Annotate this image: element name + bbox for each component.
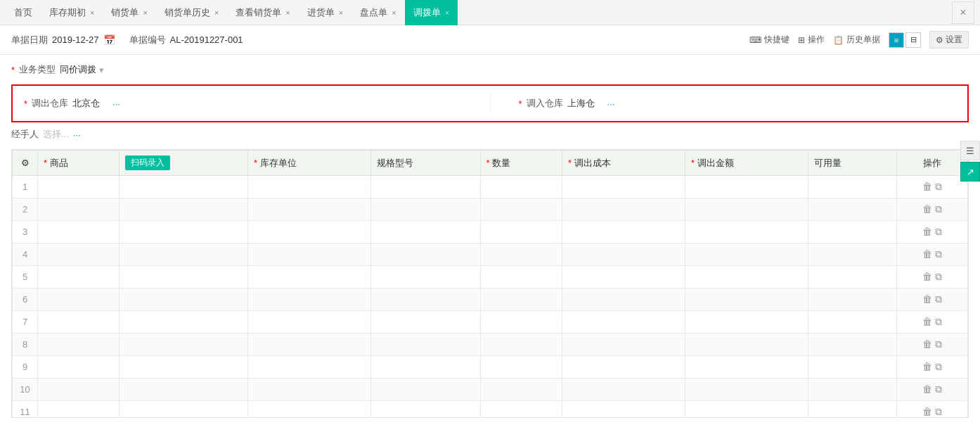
table-cell[interactable]: [248, 333, 371, 356]
table-cell[interactable]: [38, 311, 120, 333]
shortcut-btn[interactable]: ⌨ 快捷键: [749, 34, 789, 46]
warehouse-out-more-btn[interactable]: ···: [112, 98, 120, 109]
table-cell[interactable]: [685, 198, 808, 221]
table-cell[interactable]: [808, 311, 897, 333]
table-cell[interactable]: [248, 288, 371, 311]
table-cell[interactable]: [38, 378, 120, 401]
table-cell[interactable]: [480, 266, 562, 288]
table-cell[interactable]: [480, 356, 562, 378]
tab-inventory-init[interactable]: 库存期初 ×: [41, 0, 103, 25]
table-cell[interactable]: [371, 266, 480, 288]
delete-row-icon[interactable]: 🗑: [922, 338, 932, 350]
table-cell[interactable]: [685, 333, 808, 356]
table-cell[interactable]: [371, 288, 480, 311]
copy-row-icon[interactable]: ⧉: [935, 203, 942, 215]
table-cell[interactable]: [562, 198, 685, 221]
table-cell[interactable]: [248, 266, 371, 288]
table-cell[interactable]: [562, 378, 685, 401]
table-cell[interactable]: [808, 401, 897, 418]
table-cell[interactable]: [371, 243, 480, 266]
table-cell[interactable]: [562, 333, 685, 356]
delete-row-icon[interactable]: 🗑: [922, 406, 932, 417]
table-cell[interactable]: [808, 221, 897, 243]
handler-more-btn[interactable]: ···: [73, 129, 81, 140]
delete-row-icon[interactable]: 🗑: [922, 383, 932, 395]
delete-row-icon[interactable]: 🗑: [922, 226, 932, 237]
table-header-gear[interactable]: ⚙: [13, 151, 38, 176]
table-cell[interactable]: [808, 356, 897, 378]
table-cell[interactable]: [38, 221, 120, 243]
copy-row-icon[interactable]: ⧉: [935, 361, 942, 372]
delete-row-icon[interactable]: 🗑: [922, 181, 932, 192]
delete-row-icon[interactable]: 🗑: [922, 293, 932, 305]
tab-view-sales[interactable]: 查看销货单 ×: [227, 0, 298, 25]
table-cell[interactable]: [120, 243, 248, 266]
table-cell[interactable]: [248, 401, 371, 418]
table-cell[interactable]: [38, 176, 120, 198]
tab-close-inventory-check[interactable]: ×: [392, 8, 396, 17]
table-cell[interactable]: [248, 378, 371, 401]
table-cell[interactable]: [562, 288, 685, 311]
table-cell[interactable]: [685, 221, 808, 243]
table-cell[interactable]: [38, 356, 120, 378]
tab-close-sales-history[interactable]: ×: [214, 8, 219, 17]
table-cell[interactable]: [248, 356, 371, 378]
table-cell[interactable]: [685, 378, 808, 401]
table-cell[interactable]: [562, 356, 685, 378]
tab-transfer-order[interactable]: 调拨单 ×: [405, 0, 458, 25]
table-cell[interactable]: [562, 221, 685, 243]
calendar-icon[interactable]: 📅: [103, 34, 115, 46]
table-cell[interactable]: [38, 288, 120, 311]
table-cell[interactable]: [480, 221, 562, 243]
tab-sales-order[interactable]: 销货单 ×: [103, 0, 155, 25]
delete-row-icon[interactable]: 🗑: [922, 316, 932, 327]
settings-button[interactable]: ⚙ 设置: [929, 31, 969, 49]
table-cell[interactable]: [38, 243, 120, 266]
table-cell[interactable]: [38, 333, 120, 356]
table-cell[interactable]: [808, 378, 897, 401]
table-cell[interactable]: [808, 243, 897, 266]
tab-close-inventory-init[interactable]: ×: [90, 8, 94, 17]
tab-home[interactable]: 首页: [6, 0, 41, 25]
scan-entry-button[interactable]: 扫码录入: [125, 155, 170, 170]
table-cell[interactable]: [371, 333, 480, 356]
table-cell[interactable]: [371, 198, 480, 221]
copy-row-icon[interactable]: ⧉: [935, 406, 942, 417]
table-cell[interactable]: [480, 333, 562, 356]
table-header-scan[interactable]: 扫码录入: [120, 151, 248, 176]
copy-row-icon[interactable]: ⧉: [935, 181, 942, 192]
table-cell[interactable]: [371, 378, 480, 401]
table-cell[interactable]: [685, 266, 808, 288]
copy-row-icon[interactable]: ⧉: [935, 316, 942, 327]
table-cell[interactable]: [248, 243, 371, 266]
table-cell[interactable]: [685, 243, 808, 266]
history-btn[interactable]: 📋 历史单据: [833, 34, 880, 46]
layout-btn-1[interactable]: ≡: [889, 32, 904, 48]
table-cell[interactable]: [371, 356, 480, 378]
table-cell[interactable]: [120, 356, 248, 378]
table-cell[interactable]: [248, 176, 371, 198]
table-cell[interactable]: [120, 378, 248, 401]
copy-row-icon[interactable]: ⧉: [935, 383, 942, 395]
sidebar-list-icon[interactable]: ☰: [960, 141, 980, 160]
copy-row-icon[interactable]: ⧉: [935, 293, 942, 305]
copy-row-icon[interactable]: ⧉: [935, 226, 942, 237]
table-cell[interactable]: [38, 401, 120, 418]
table-cell[interactable]: [120, 198, 248, 221]
table-cell[interactable]: [480, 288, 562, 311]
table-cell[interactable]: [685, 401, 808, 418]
table-cell[interactable]: [480, 176, 562, 198]
table-cell[interactable]: [248, 198, 371, 221]
table-cell[interactable]: [120, 401, 248, 418]
layout-btn-2[interactable]: ⊟: [905, 32, 921, 48]
table-cell[interactable]: [120, 176, 248, 198]
window-close-button[interactable]: ×: [952, 1, 974, 24]
copy-row-icon[interactable]: ⧉: [935, 271, 942, 282]
tab-close-purchase-order[interactable]: ×: [339, 8, 343, 17]
copy-row-icon[interactable]: ⧉: [935, 248, 942, 260]
table-cell[interactable]: [808, 288, 897, 311]
table-cell[interactable]: [120, 266, 248, 288]
business-type-select[interactable]: 同价调拨 ▾: [60, 63, 172, 76]
table-cell[interactable]: [808, 266, 897, 288]
table-cell[interactable]: [808, 333, 897, 356]
